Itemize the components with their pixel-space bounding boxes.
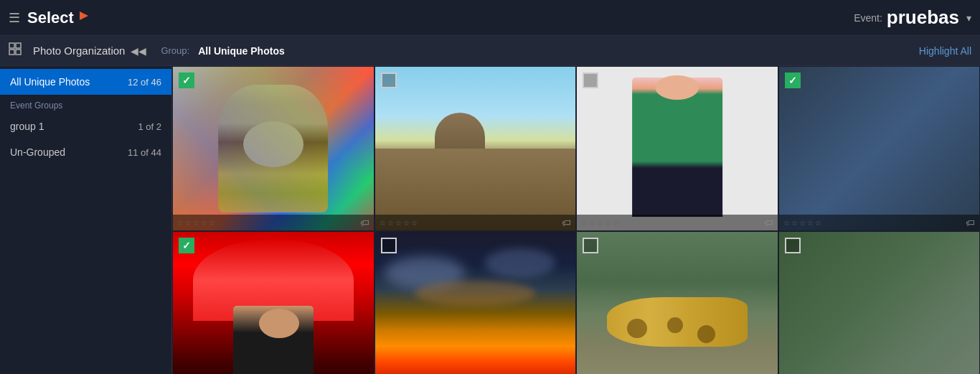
photo-stars-4: ☆ ☆ ☆ ☆ ☆ — [783, 219, 821, 227]
sidebar-item-all-unique-photos[interactable]: All Unique Photos 12 of 46 — [0, 69, 171, 95]
panel-title-label: Photo Organization — [33, 45, 125, 57]
photo-cell-4[interactable]: ☆ ☆ ☆ ☆ ☆ 🏷 — [778, 66, 981, 231]
sidebar-item-group1[interactable]: group 1 1 of 2 — [0, 113, 171, 139]
event-area: Event: pruebas ▾ — [854, 6, 971, 29]
photo-stars-3: ☆ ☆ ☆ ☆ ☆ — [581, 219, 619, 227]
photo-tag-icon-4: 🏷 — [966, 218, 975, 228]
photo-checkbox-3[interactable] — [583, 73, 598, 88]
group-prefix-label: Group: — [161, 45, 189, 56]
photo-tag-icon-2: 🏷 — [562, 218, 571, 228]
photo-bottom-bar-3: ☆ ☆ ☆ ☆ ☆ 🏷 — [577, 215, 778, 230]
photo-cell-2[interactable]: ☆ ☆ ☆ ☆ ☆ 🏷 — [374, 66, 577, 231]
photo-cell-1[interactable]: ☆ ☆ ☆ ☆ ☆ 🏷 — [172, 66, 374, 231]
photo-cell-7[interactable]: ☆ ☆ ☆ ☆ ☆ 🏷 — [576, 231, 778, 374]
hamburger-icon[interactable]: ☰ — [9, 10, 20, 26]
photo-checkbox-7[interactable] — [583, 238, 598, 253]
svg-rect-1 — [9, 43, 14, 48]
sidebar-item-label: group 1 — [10, 121, 44, 132]
sidebar-item-label: All Unique Photos — [10, 76, 90, 88]
svg-marker-0 — [80, 11, 88, 20]
highlight-all-button[interactable]: Highlight All — [919, 45, 971, 57]
sidebar-item-ungrouped[interactable]: Un-Grouped 11 of 44 — [0, 139, 171, 165]
panel-icon — [9, 42, 22, 59]
event-groups-section-label: Event Groups — [0, 95, 171, 113]
sidebar-item-count: 1 of 2 — [138, 121, 161, 132]
sidebar-item-count: 12 of 46 — [128, 77, 161, 88]
photo-bottom-bar-1: ☆ ☆ ☆ ☆ ☆ 🏷 — [173, 215, 374, 230]
photo-stars-1: ☆ ☆ ☆ ☆ ☆ — [177, 219, 215, 227]
logo-area: Select — [27, 9, 91, 27]
photo-cell-5[interactable]: ☆ ☆ ☆ ☆ ☆ 🏷 — [172, 231, 374, 374]
event-prefix-label: Event: — [854, 12, 882, 24]
photo-bottom-bar-2: ☆ ☆ ☆ ☆ ☆ 🏷 — [375, 215, 576, 230]
photo-grid: ☆ ☆ ☆ ☆ ☆ 🏷 ☆ ☆ ☆ ☆ — [172, 66, 980, 374]
svg-rect-3 — [9, 50, 14, 55]
sidebar: All Unique Photos 12 of 46 Event Groups … — [0, 66, 172, 374]
group-name-label: All Unique Photos — [198, 45, 285, 57]
photo-checkbox-1[interactable] — [179, 73, 194, 88]
photo-stars-2: ☆ ☆ ☆ ☆ ☆ — [380, 219, 418, 227]
top-navigation: ☰ Select Event: pruebas ▾ — [0, 0, 980, 36]
svg-rect-4 — [16, 50, 21, 55]
logo-chevron-icon — [77, 9, 91, 27]
second-bar: Photo Organization ◀◀ Group: All Unique … — [0, 36, 980, 66]
event-name-label: pruebas — [887, 6, 959, 29]
photo-checkbox-4[interactable] — [785, 73, 801, 88]
photo-checkbox-5[interactable] — [179, 238, 194, 253]
svg-rect-2 — [16, 43, 21, 48]
sidebar-item-count: 11 of 44 — [128, 147, 161, 158]
photo-cell-3[interactable]: ☆ ☆ ☆ ☆ ☆ 🏷 — [576, 66, 778, 231]
photo-checkbox-6[interactable] — [381, 238, 397, 253]
sidebar-item-label: Un-Grouped — [10, 146, 65, 158]
photo-tag-icon-1: 🏷 — [360, 218, 369, 228]
photo-cell-6[interactable]: ☆ ☆ ☆ ☆ ☆ 🏷 — [374, 231, 577, 374]
event-dropdown-icon[interactable]: ▾ — [966, 12, 971, 24]
app-title: Select — [27, 9, 74, 27]
photo-checkbox-2[interactable] — [381, 73, 397, 88]
photo-cell-8[interactable]: ☆ ☆ ☆ ☆ ☆ 🏷 — [778, 231, 981, 374]
collapse-panel-icon[interactable]: ◀◀ — [131, 45, 146, 57]
photo-checkbox-8[interactable] — [785, 238, 801, 253]
photo-tag-icon-3: 🏷 — [764, 218, 773, 228]
main-layout: All Unique Photos 12 of 46 Event Groups … — [0, 66, 980, 374]
photo-bottom-bar-4: ☆ ☆ ☆ ☆ ☆ 🏷 — [779, 215, 980, 230]
